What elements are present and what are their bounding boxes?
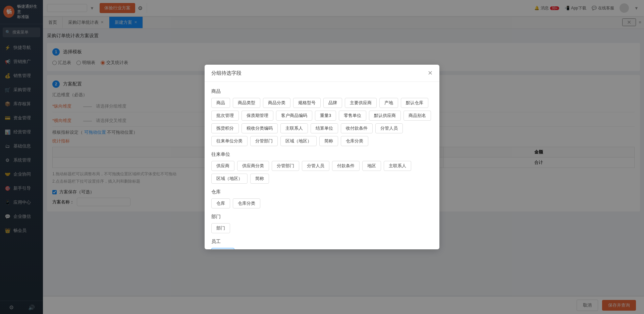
- field-tag-product-alias[interactable]: 商品别名: [404, 111, 431, 121]
- field-tag-managed-dept[interactable]: 分管部门: [250, 136, 278, 146]
- modal-body[interactable]: 商品 商品 商品类型 商品分类 规格型号 品牌 主要供应商 产地 默认仓库 批次…: [205, 82, 439, 249]
- field-tag-salesperson[interactable]: 业务员: [211, 248, 234, 249]
- field-tag-spec-type[interactable]: 规格型号: [293, 98, 321, 108]
- modal-overlay[interactable]: 分组待选字段 ✕ 商品 商品 商品类型 商品分类 规格型号 品牌 主要供应商 产…: [0, 0, 644, 314]
- field-tag-manager[interactable]: 分管人员: [375, 123, 403, 133]
- field-tag-customer-code[interactable]: 客户商品编码: [276, 111, 312, 121]
- field-tag-main-supplier[interactable]: 主要供应商: [345, 98, 377, 108]
- field-tag-product-type[interactable]: 商品类型: [233, 98, 260, 108]
- field-tag-product[interactable]: 商品: [211, 98, 230, 108]
- field-tag-partner-short[interactable]: 简称: [250, 174, 269, 184]
- field-tag-pickup-points[interactable]: 拣货积分: [211, 123, 239, 133]
- field-tag-retail-unit[interactable]: 零售单位: [339, 111, 366, 121]
- modal-header: 分组待选字段 ✕: [205, 65, 439, 82]
- section-fields-partner: 供应商 供应商分类 分管部门 分管人员 付款条件 地区 主联系人 区域（地区） …: [211, 161, 433, 184]
- field-tag-dept[interactable]: 部门: [211, 223, 230, 233]
- section-fields-employee: 业务员: [211, 248, 433, 249]
- field-tag-main-contact[interactable]: 主联系人: [280, 123, 308, 133]
- field-tag-from-unit-cat[interactable]: 往来单位分类: [211, 136, 248, 146]
- modal-content: 商品 商品 商品类型 商品分类 规格型号 品牌 主要供应商 产地 默认仓库 批次…: [205, 82, 439, 249]
- field-tag-tax-code[interactable]: 税收分类编码: [241, 123, 278, 133]
- field-tag-weight3[interactable]: 重量3: [315, 111, 336, 121]
- section-title-dept: 部门: [211, 214, 433, 220]
- field-tag-product-category[interactable]: 商品分类: [263, 98, 290, 108]
- section-fields-dept: 部门: [211, 223, 433, 233]
- field-tag-default-supplier[interactable]: 默认供应商: [369, 111, 401, 121]
- field-tag-settle-unit[interactable]: 结算单位: [311, 123, 338, 133]
- field-tag-partner-manager[interactable]: 分管人员: [302, 161, 329, 171]
- field-tag-batch-mgmt[interactable]: 批次管理: [211, 111, 239, 121]
- field-tag-short-name[interactable]: 简称: [319, 136, 338, 146]
- field-tag-warehouse-cat[interactable]: 仓库分类: [233, 198, 260, 208]
- field-tag-partner-contact[interactable]: 主联系人: [384, 161, 411, 171]
- field-tag-default-warehouse[interactable]: 默认仓库: [401, 98, 428, 108]
- field-tag-supplier[interactable]: 供应商: [211, 161, 234, 171]
- section-title-partner: 往来单位: [211, 151, 433, 158]
- field-tag-payment-terms[interactable]: 收付款条件: [341, 123, 373, 133]
- field-tag-payment-condition[interactable]: 付款条件: [332, 161, 360, 171]
- section-title-employee: 员工: [211, 239, 433, 245]
- field-tag-origin[interactable]: 产地: [379, 98, 398, 108]
- section-title-product: 商品: [211, 88, 433, 95]
- field-tag-supplier-category[interactable]: 供应商分类: [237, 161, 269, 171]
- field-tag-warehouse-category[interactable]: 仓库分类: [341, 136, 368, 146]
- field-tag-region[interactable]: 区域（地区）: [280, 136, 317, 146]
- modal: 分组待选字段 ✕ 商品 商品 商品类型 商品分类 规格型号 品牌 主要供应商 产…: [205, 65, 439, 249]
- field-tag-partner-dept[interactable]: 分管部门: [272, 161, 299, 171]
- field-tag-partner-region[interactable]: 地区: [362, 161, 381, 171]
- modal-close-button[interactable]: ✕: [428, 69, 433, 77]
- section-fields-product: 商品 商品类型 商品分类 规格型号 品牌 主要供应商 产地 默认仓库 批次管理 …: [211, 98, 433, 146]
- field-tag-brand[interactable]: 品牌: [323, 98, 342, 108]
- section-fields-warehouse: 仓库 仓库分类: [211, 198, 433, 208]
- field-tag-quality-mgmt[interactable]: 保质期管理: [241, 111, 273, 121]
- field-tag-warehouse[interactable]: 仓库: [211, 198, 230, 208]
- field-tag-partner-area[interactable]: 区域（地区）: [211, 174, 248, 184]
- modal-title: 分组待选字段: [211, 70, 241, 76]
- section-title-warehouse: 仓库: [211, 189, 433, 195]
